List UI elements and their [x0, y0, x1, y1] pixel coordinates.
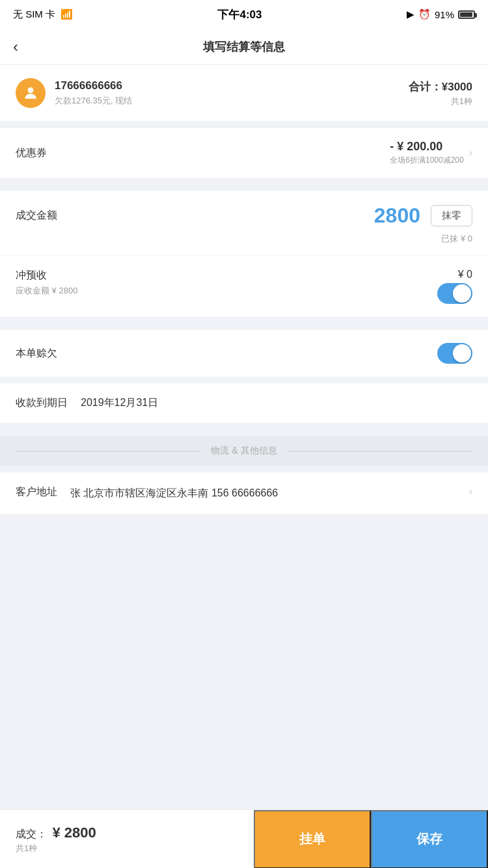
prepay-toggle[interactable]	[437, 283, 472, 304]
prepay-sub: 应收金额 ¥ 2800	[16, 285, 77, 297]
due-date-value: 2019年12月31日	[81, 396, 158, 410]
bottom-deal-row: 成交： ¥ 2800	[16, 824, 238, 841]
bottom-count: 共1种	[16, 843, 238, 854]
bottom-summary: 成交： ¥ 2800 共1种	[0, 824, 254, 854]
battery-percent: 91%	[435, 9, 454, 20]
prepay-label: 冲预收	[16, 269, 77, 282]
location-icon: ▶	[407, 8, 414, 20]
bottom-spacer	[0, 521, 488, 651]
alarm-icon: ⏰	[418, 8, 431, 20]
round-button[interactable]: 抹零	[431, 205, 472, 226]
coupon-row[interactable]: 优惠券 - ¥ 200.00 全场6折满1000减200 ›	[0, 128, 488, 178]
coupon-label: 优惠券	[16, 146, 47, 160]
prepay-label-group: 冲预收 应收金额 ¥ 2800	[16, 269, 77, 297]
amount-right: 2800 抹零	[374, 204, 472, 228]
avatar	[16, 78, 46, 108]
debt-toggle[interactable]	[437, 343, 472, 364]
prepay-right: ¥ 0	[437, 269, 472, 304]
user-right: 合计：¥3000 共1种	[409, 79, 472, 107]
battery-icon	[458, 10, 475, 19]
divider-line-right	[288, 451, 472, 452]
separator-3	[0, 429, 488, 436]
address-row[interactable]: 客户地址 张 北京市市辖区海淀区永丰南 156 66666666 ›	[0, 472, 488, 514]
pending-button[interactable]: 挂单	[254, 810, 371, 869]
bottom-amount: ¥ 2800	[52, 824, 96, 841]
status-time: 下午4:03	[217, 7, 262, 22]
debt-toggle-thumb	[453, 344, 471, 362]
prepay-amount: ¥ 0	[458, 269, 472, 280]
status-right: ▶ ⏰ 91%	[407, 8, 475, 20]
total-count: 共1种	[409, 96, 472, 107]
amount-number: 2800	[374, 204, 420, 228]
svg-point-0	[28, 87, 34, 93]
wifi-icon: 📶	[61, 8, 73, 20]
prepay-row: 冲预收 应收金额 ¥ 2800 ¥ 0	[0, 255, 488, 317]
due-date-section: 收款到期日 2019年12月31日	[0, 383, 488, 423]
bottom-deal-label: 成交：	[16, 828, 47, 839]
page-title: 填写结算等信息	[203, 39, 285, 55]
address-value: 张 北京市市辖区海淀区永丰南 156 66666666	[70, 485, 463, 501]
divider-line-left	[16, 451, 200, 452]
sim-text: 无 SIM 卡	[13, 8, 55, 21]
status-bar: 无 SIM 卡 📶 下午4:03 ▶ ⏰ 91%	[0, 0, 488, 29]
back-button[interactable]: ‹	[13, 38, 18, 56]
prepay-toggle-thumb	[453, 284, 471, 303]
save-button[interactable]: 保存	[371, 810, 488, 869]
coupon-desc: 全场6折满1000减200	[390, 155, 463, 166]
coupon-right: - ¥ 200.00 全场6折满1000减200	[390, 140, 463, 166]
separator-1	[0, 184, 488, 191]
user-sub: 欠款1276.35元, 现结	[55, 95, 132, 107]
amount-label: 成交金额	[16, 209, 57, 223]
debt-section: 本单赊欠	[0, 330, 488, 377]
coupon-discount: - ¥ 200.00	[390, 140, 463, 154]
user-left: 17666666666 欠款1276.35元, 现结	[16, 78, 132, 108]
content: 17666666666 欠款1276.35元, 现结 合计：¥3000 共1种 …	[0, 65, 488, 716]
debt-label: 本单赊欠	[16, 347, 57, 360]
nav-bar: ‹ 填写结算等信息	[0, 29, 488, 65]
total-amount: 合计：¥3000	[409, 79, 472, 94]
deal-amount-section: 成交金额 2800 抹零 已抹 ¥ 0 冲预收 应收金额 ¥ 2800 ¥ 0	[0, 191, 488, 317]
due-date-label: 收款到期日	[16, 396, 68, 410]
user-info: 17666666666 欠款1276.35元, 现结	[55, 79, 132, 107]
amount-row: 成交金额 2800 抹零	[0, 191, 488, 233]
coupon-chevron-icon: ›	[469, 147, 472, 159]
address-chevron-icon: ›	[469, 485, 472, 497]
separator-2	[0, 323, 488, 330]
amount-sub: 已抹 ¥ 0	[0, 233, 488, 255]
logistics-label: 物流 & 其他信息	[211, 445, 277, 457]
bottom-bar: 成交： ¥ 2800 共1种 挂单 保存	[0, 809, 488, 868]
user-phone: 17666666666	[55, 79, 132, 92]
user-row: 17666666666 欠款1276.35元, 现结 合计：¥3000 共1种	[0, 65, 488, 121]
address-label: 客户地址	[16, 485, 57, 499]
logistics-divider: 物流 & 其他信息	[0, 436, 488, 466]
status-left: 无 SIM 卡 📶	[13, 8, 73, 21]
